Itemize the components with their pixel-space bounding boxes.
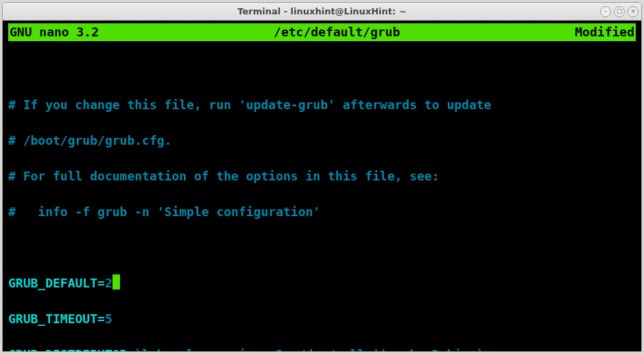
nano-app-version: GNU nano 3.2 [10,23,99,41]
terminal-window: Terminal - linuxhint@LinuxHint: ~ – ▢ × … [2,2,642,352]
minimize-button[interactable]: – [600,6,611,17]
var-value: 5 [105,311,112,326]
nano-header-bar: GNU nano 3.2 /etc/default/grub Modified [8,23,636,41]
editor-content[interactable]: # If you change this file, run 'update-g… [8,43,636,351]
nano-filepath: /etc/default/grub [274,23,400,41]
file-line: # If you change this file, run 'update-g… [8,96,636,114]
file-line: GRUB_TIMEOUT=5 [8,310,636,328]
file-line: GRUB_DEFAULT=2 [8,274,636,292]
file-line: # /boot/grub/grub.cfg. [8,132,636,150]
nano-modified-status: Modified [575,23,634,41]
text-cursor [112,274,120,290]
var-value: `lsb_release -i -s 2> /dev/null || echo … [134,347,484,351]
window-title: Terminal - linuxhint@LinuxHint: ~ [3,6,641,16]
file-line: # info -f grub -n 'Simple configuration' [8,203,636,221]
var-key: GRUB_DISTRIBUTOR= [8,347,134,351]
var-value: 2 [105,276,112,290]
var-key: GRUB_TIMEOUT= [8,311,105,326]
file-line [8,60,636,78]
var-key: GRUB_DEFAULT= [8,276,105,290]
terminal-area[interactable]: GNU nano 3.2 /etc/default/grub Modified … [3,21,641,351]
window-controls: – ▢ × [600,6,639,17]
file-line [8,239,636,257]
maximize-button[interactable]: ▢ [614,6,625,17]
file-line: GRUB_DISTRIBUTOR=`lsb_release -i -s 2> /… [8,346,636,351]
window-titlebar: Terminal - linuxhint@LinuxHint: ~ – ▢ × [3,3,641,21]
close-button[interactable]: × [628,6,639,17]
file-line: # For full documentation of the options … [8,167,636,185]
